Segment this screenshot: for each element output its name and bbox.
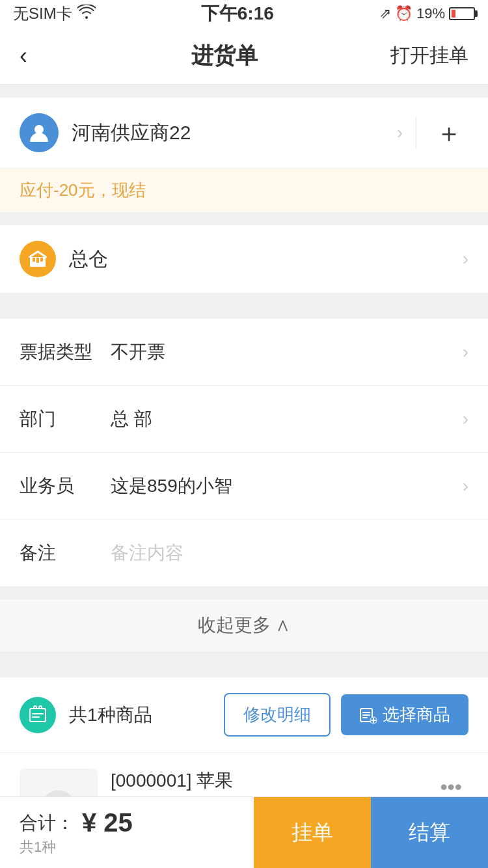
svg-point-0 [34, 125, 44, 134]
notice-bar: 应付-20元，现结 [0, 169, 488, 212]
staff-value: 这是859的小智 [98, 474, 456, 498]
staff-row[interactable]: 业务员 这是859的小智 › [0, 453, 488, 520]
supplier-arrow-icon: › [397, 122, 403, 143]
bill-type-value: 不开票 [98, 340, 456, 364]
select-product-label: 选择商品 [383, 703, 450, 726]
collapse-bar[interactable]: 收起更多 ∧ [0, 599, 488, 651]
battery-icon [449, 7, 475, 20]
nav-bar: ‹ 进货单 打开挂单 [0, 27, 488, 85]
vertical-divider [416, 116, 416, 149]
product-name: [0000001] 苹果 [111, 768, 433, 793]
remark-label: 备注 [20, 541, 98, 565]
bill-type-arrow-icon: › [463, 342, 468, 362]
products-count: 共1种商品 [69, 703, 224, 727]
dept-row[interactable]: 部门 总 部 › [0, 386, 488, 453]
products-header: 共1种商品 修改明细 选择商品 [0, 677, 488, 753]
warehouse-arrow-icon: › [463, 249, 468, 269]
alarm-icon: ⏰ [395, 5, 413, 22]
battery-fill [452, 10, 455, 18]
total-label: 合计： [20, 811, 74, 835]
select-product-button[interactable]: 选择商品 [341, 694, 468, 735]
divider-1 [0, 212, 488, 225]
dept-arrow-icon: › [463, 409, 468, 429]
dept-value: 总 部 [98, 407, 456, 431]
bottom-bar: 合计： ¥ 25 共1种 挂单 结算 [0, 796, 488, 868]
warehouse-section: 总仓 › [0, 225, 488, 293]
supplier-row[interactable]: 河南供应商22 › ＋ [0, 98, 488, 169]
wifi-icon [77, 5, 96, 23]
svg-rect-1 [30, 709, 46, 722]
status-right: ⇗ ⏰ 19% [379, 5, 475, 22]
supplier-section: 河南供应商22 › ＋ 应付-20元，现结 [0, 98, 488, 212]
back-button[interactable]: ‹ [20, 42, 59, 70]
form-section: 票据类型 不开票 › 部门 总 部 › 业务员 这是859的小智 › 备注 备注… [0, 319, 488, 586]
location-icon: ⇗ [379, 5, 391, 22]
bill-type-row[interactable]: 票据类型 不开票 › [0, 319, 488, 386]
total-amount: ¥ 25 [82, 808, 133, 837]
total-section: 合计： ¥ 25 共1种 [0, 797, 254, 868]
warehouse-row[interactable]: 总仓 › [0, 225, 488, 293]
dept-label: 部门 [20, 407, 98, 431]
top-divider [0, 85, 488, 98]
warehouse-name: 总仓 [69, 246, 456, 273]
total-count: 共1种 [20, 837, 234, 857]
battery-tip [475, 10, 478, 17]
remark-input[interactable]: 备注内容 [98, 541, 468, 565]
carrier-label: 无SIM卡 [13, 3, 72, 24]
status-time: 下午6:16 [201, 1, 274, 26]
checkout-button[interactable]: 结算 [371, 797, 488, 868]
open-pending-button[interactable]: 打开挂单 [390, 42, 468, 69]
products-icon [20, 697, 56, 733]
divider-2 [0, 293, 488, 306]
divider-3 [0, 651, 488, 664]
supplier-avatar [20, 113, 59, 152]
staff-label: 业务员 [20, 474, 98, 498]
page-title: 进货单 [59, 41, 390, 71]
warehouse-icon [20, 241, 56, 277]
status-left: 无SIM卡 [13, 3, 96, 24]
remark-row[interactable]: 备注 备注内容 [0, 520, 488, 586]
bill-type-label: 票据类型 [20, 340, 98, 364]
battery-percent: 19% [416, 5, 445, 22]
supplier-name: 河南供应商22 [72, 120, 390, 146]
staff-arrow-icon: › [463, 476, 468, 496]
total-row: 合计： ¥ 25 [20, 808, 234, 837]
status-bar: 无SIM卡 下午6:16 ⇗ ⏰ 19% [0, 0, 488, 27]
product-name-text: 苹果 [197, 770, 233, 791]
hang-button[interactable]: 挂单 [254, 797, 371, 868]
edit-detail-button[interactable]: 修改明细 [224, 693, 331, 737]
product-code: [0000001] [111, 770, 192, 791]
add-supplier-button[interactable]: ＋ [429, 115, 468, 151]
